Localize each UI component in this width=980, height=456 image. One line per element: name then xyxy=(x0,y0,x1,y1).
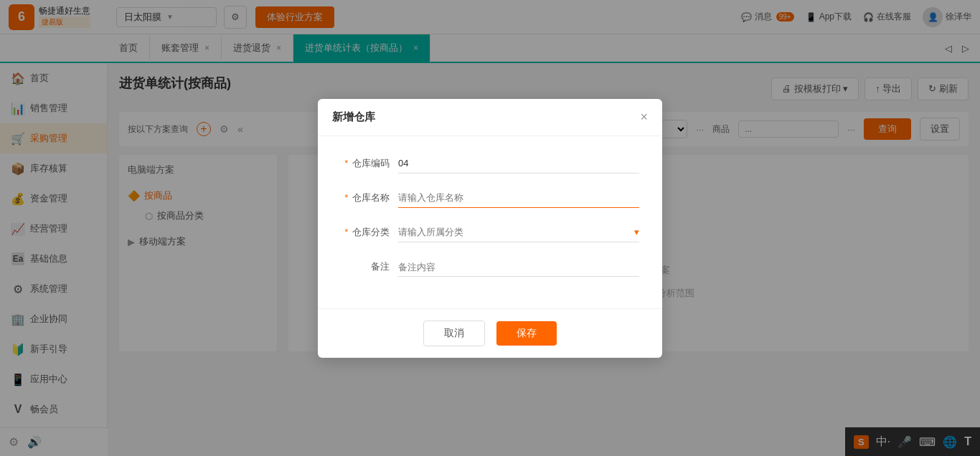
category-required: * xyxy=(344,227,348,237)
dialog-title: 新增仓库 xyxy=(332,110,375,124)
note-label: 备注 xyxy=(341,260,398,273)
dialog-body: * 仓库编码 * 仓库名称 * 仓库分类 xyxy=(318,136,662,308)
warehouse-code-input[interactable] xyxy=(398,153,639,174)
category-input[interactable] xyxy=(398,227,634,237)
category-select-wrap[interactable]: ▾ xyxy=(398,222,639,242)
dialog-header: 新增仓库 × xyxy=(318,99,662,136)
dialog-close-button[interactable]: × xyxy=(640,110,648,123)
form-row-category: * 仓库分类 ▾ xyxy=(341,222,639,242)
form-row-note: 备注 xyxy=(341,257,639,277)
modal-overlay[interactable]: 新增仓库 × * 仓库编码 * 仓库名称 xyxy=(0,0,980,456)
name-label: * 仓库名称 xyxy=(341,191,398,204)
form-row-code: * 仓库编码 xyxy=(341,153,639,174)
add-warehouse-dialog: 新增仓库 × * 仓库编码 * 仓库名称 xyxy=(318,99,662,358)
dialog-footer: 取消 保存 xyxy=(318,308,662,358)
category-dropdown-icon[interactable]: ▾ xyxy=(634,227,639,237)
note-textarea[interactable] xyxy=(398,257,639,277)
cancel-button[interactable]: 取消 xyxy=(423,320,485,346)
category-label: * 仓库分类 xyxy=(341,226,398,239)
name-required: * xyxy=(344,192,348,203)
form-row-name: * 仓库名称 xyxy=(341,188,639,208)
save-button[interactable]: 保存 xyxy=(496,321,557,346)
code-required: * xyxy=(344,158,348,168)
warehouse-name-input[interactable] xyxy=(398,188,639,208)
code-label: * 仓库编码 xyxy=(341,157,398,170)
